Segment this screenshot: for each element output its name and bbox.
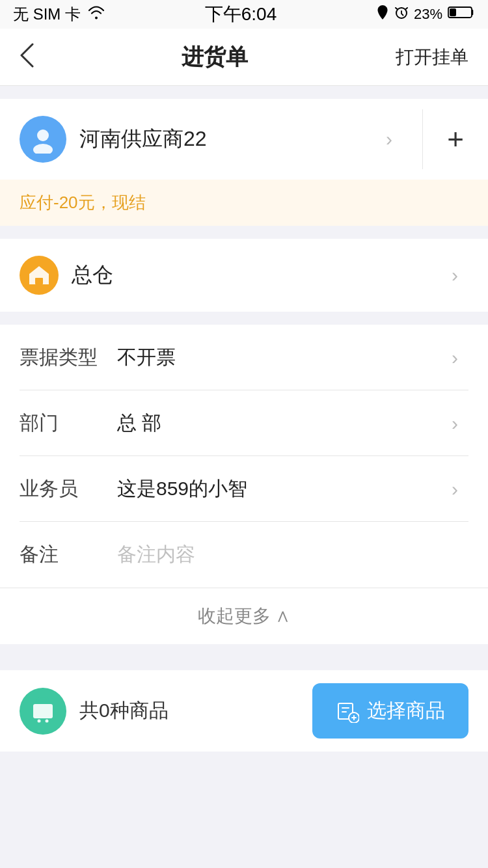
supplier-selector[interactable]: 河南供应商22 › (0, 99, 422, 180)
warehouse-icon-wrap (20, 256, 59, 295)
dept-chevron-icon: › (452, 413, 458, 435)
nav-bar: 进货单 打开挂单 (0, 29, 488, 86)
svg-point-8 (46, 719, 49, 722)
cart-icon-wrap (20, 688, 66, 735)
dept-row[interactable]: 部门 总 部 › (0, 390, 488, 456)
supplier-avatar (20, 116, 66, 163)
back-button[interactable] (20, 43, 34, 72)
section-gap-4 (0, 644, 488, 657)
open-hold-button[interactable]: 打开挂单 (396, 45, 468, 70)
select-product-button[interactable]: 选择商品 (312, 683, 468, 739)
add-supplier-button[interactable]: + (423, 99, 488, 180)
remark-label: 备注 (20, 541, 104, 568)
svg-point-4 (33, 144, 53, 154)
status-left: 无 SIM 卡 (13, 4, 105, 25)
wifi-icon (87, 5, 105, 23)
section-gap-3 (0, 312, 488, 325)
time-label: 下午6:04 (205, 2, 277, 27)
page-background (0, 752, 488, 868)
notice-bar: 应付-20元，现结 (0, 180, 488, 226)
invoice-type-label: 票据类型 (20, 344, 104, 371)
remark-input[interactable]: 备注内容 (104, 541, 468, 568)
dept-label: 部门 (20, 410, 104, 437)
supplier-name: 河南供应商22 (79, 125, 373, 154)
svg-rect-5 (35, 278, 43, 284)
bottom-bar: 共0种商品 选择商品 (0, 670, 488, 752)
carrier-label: 无 SIM 卡 (13, 4, 81, 25)
warehouse-name: 总仓 (72, 261, 439, 290)
battery-label: 23% (414, 6, 442, 23)
alarm-icon (394, 5, 409, 23)
collapse-button[interactable]: 收起更多 ∧ (0, 588, 488, 644)
plus-icon: + (447, 125, 464, 154)
staff-row[interactable]: 业务员 这是859的小智 › (0, 456, 488, 522)
svg-point-3 (37, 129, 49, 141)
status-bar: 无 SIM 卡 下午6:04 23% (0, 0, 488, 29)
product-count-label: 共0种商品 (66, 698, 312, 724)
battery-icon (448, 5, 475, 23)
supplier-section: 河南供应商22 › + (0, 99, 488, 180)
section-gap-2 (0, 226, 488, 239)
svg-point-7 (38, 719, 41, 722)
notice-text: 应付-20元，现结 (20, 193, 146, 212)
status-right: 23% (376, 5, 475, 24)
invoice-type-row[interactable]: 票据类型 不开票 › (0, 325, 488, 390)
select-product-label: 选择商品 (367, 698, 445, 724)
chevron-icon: › (386, 128, 392, 150)
invoice-chevron-icon: › (452, 347, 458, 369)
svg-rect-2 (450, 8, 456, 16)
collapse-label: 收起更多 ∧ (198, 604, 291, 629)
section-gap-1 (0, 86, 488, 99)
remark-row[interactable]: 备注 备注内容 (0, 522, 488, 588)
form-section: 票据类型 不开票 › 部门 总 部 › 业务员 这是859的小智 › 备注 备注… (0, 325, 488, 588)
location-icon (376, 5, 389, 24)
staff-value: 这是859的小智 (104, 476, 452, 502)
invoice-type-value: 不开票 (104, 344, 452, 371)
staff-chevron-icon: › (452, 478, 458, 500)
dept-value: 总 部 (104, 410, 452, 437)
warehouse-chevron-icon: › (452, 264, 458, 286)
staff-label: 业务员 (20, 476, 104, 502)
warehouse-selector[interactable]: 总仓 › (0, 239, 488, 312)
page-title: 进货单 (182, 42, 248, 72)
svg-rect-6 (33, 704, 53, 718)
